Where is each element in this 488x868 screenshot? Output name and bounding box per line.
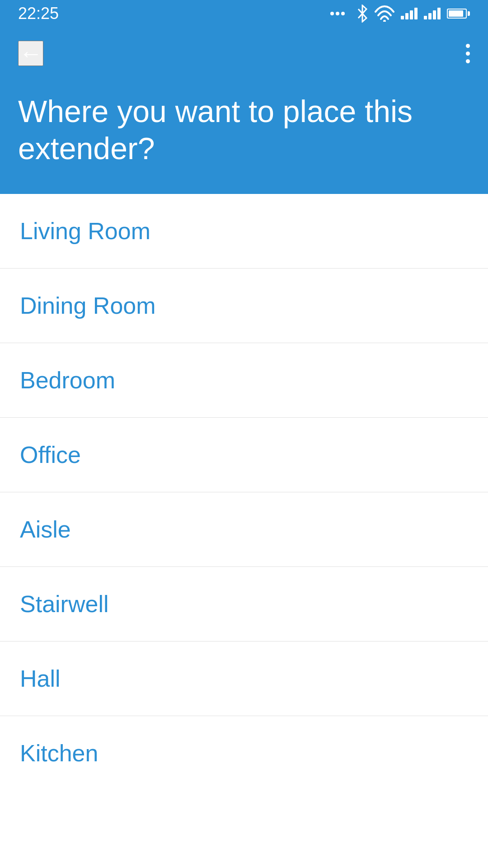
location-item-stairwell[interactable]: Stairwell [0, 567, 488, 642]
signal-strength-1-icon [401, 8, 418, 19]
more-dot-3 [466, 59, 470, 63]
location-list: Living RoomDining RoomBedroomOfficeAisle… [0, 194, 488, 790]
svg-point-2 [341, 12, 345, 15]
signal-strength-2-icon [424, 8, 441, 19]
status-bar: 22:25 [0, 0, 488, 27]
svg-point-1 [336, 12, 339, 15]
location-label-living-room: Living Room [20, 218, 150, 244]
more-dot-2 [466, 52, 470, 56]
wifi-icon [375, 5, 394, 22]
more-options-button[interactable] [466, 44, 470, 63]
svg-point-3 [383, 20, 386, 22]
location-label-dining-room: Dining Room [20, 292, 156, 319]
more-dot-1 [466, 44, 470, 48]
location-item-kitchen[interactable]: Kitchen [0, 716, 488, 790]
bluetooth-icon [357, 5, 368, 23]
location-label-bedroom: Bedroom [20, 367, 115, 393]
location-item-living-room[interactable]: Living Room [0, 194, 488, 269]
location-label-stairwell: Stairwell [20, 591, 109, 617]
location-label-aisle: Aisle [20, 516, 71, 542]
location-label-office: Office [20, 442, 81, 468]
page-title: Where you want to place this extender? [18, 93, 470, 167]
back-button[interactable]: ← [18, 41, 43, 66]
location-label-kitchen: Kitchen [20, 740, 98, 766]
svg-point-0 [330, 12, 334, 15]
battery-icon [447, 9, 470, 19]
status-time: 22:25 [18, 4, 59, 23]
signal-dots-icon [330, 7, 350, 20]
location-item-office[interactable]: Office [0, 418, 488, 492]
location-item-bedroom[interactable]: Bedroom [0, 343, 488, 418]
app-bar: ← Where you want to place this extender? [0, 27, 488, 194]
location-item-hall[interactable]: Hall [0, 642, 488, 716]
location-item-aisle[interactable]: Aisle [0, 492, 488, 567]
app-bar-top: ← [18, 41, 470, 66]
location-item-dining-room[interactable]: Dining Room [0, 269, 488, 343]
status-icons [330, 5, 470, 23]
location-label-hall: Hall [20, 665, 61, 692]
